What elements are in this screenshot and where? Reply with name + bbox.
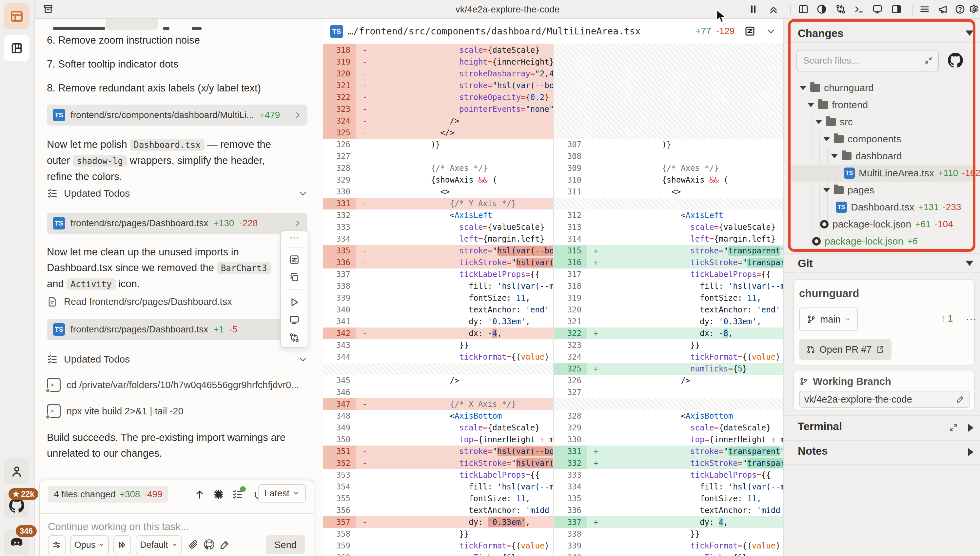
github-cat-icon[interactable] [204, 539, 214, 550]
pen-icon[interactable] [220, 539, 230, 550]
monitor-icon[interactable] [289, 314, 300, 325]
diff-line: 360 numTicks={6} [323, 552, 553, 556]
tree-folder-dashboard[interactable]: dashboard [831, 147, 902, 165]
diff-line: 335- stroke="hsl(var(--bo [323, 245, 553, 257]
help-icon[interactable] [954, 3, 965, 15]
branch-dropdown[interactable]: main [799, 307, 858, 331]
monitor-icon[interactable] [872, 3, 883, 15]
megaphone-icon[interactable] [937, 3, 949, 15]
rail-item-workspace-active[interactable] [3, 3, 29, 29]
diff-line: 354 fill: 'hsl(var(--m [323, 481, 553, 493]
folder-icon [834, 186, 844, 194]
send-button[interactable]: Send [266, 535, 305, 554]
diff-line: 328 {/* Axes */} [323, 162, 553, 174]
search-files-input[interactable] [797, 50, 938, 71]
expand-right-triangle-icon[interactable] [968, 448, 974, 456]
tree-folder-pages[interactable]: pages [823, 182, 875, 199]
diff-view-icon[interactable] [289, 254, 300, 265]
diff-line: 339 tickFormat={(value) [554, 540, 783, 552]
mode-dropdown[interactable]: Default [136, 535, 182, 554]
scroll-up-icon[interactable] [194, 489, 205, 500]
tree-file-Dashboard.tsx[interactable]: TSDashboard.tsx+131-233 [836, 199, 961, 216]
rail-item-profile[interactable] [3, 458, 29, 484]
git-compare-icon[interactable] [835, 3, 846, 15]
updated-todos-row[interactable]: Updated Todos [47, 188, 307, 199]
json-file-icon [812, 237, 821, 246]
terminal-command-row[interactable]: >_ npx vite build 2>&1 | tail -20 [47, 404, 184, 418]
expand-icon[interactable] [949, 423, 958, 432]
git-compare-icon[interactable] [289, 332, 300, 343]
expand-right-triangle-icon[interactable] [968, 424, 974, 432]
section-divider [784, 253, 980, 254]
tree-folder-churnguard[interactable]: churnguard [800, 79, 874, 96]
terminal-icon[interactable] [854, 3, 865, 15]
diff-line: 336- tickStroke="hsl(var( [323, 257, 553, 268]
file-chip-multilinearea[interactable]: TS frontend/src/components/dashboard/Mul… [47, 105, 307, 126]
open-pr-button[interactable]: Open PR #7 [799, 339, 891, 360]
document-icon [47, 296, 58, 307]
diff-view-icon[interactable] [744, 25, 756, 37]
rail-item-kanban[interactable] [3, 35, 29, 61]
panel-left-icon[interactable] [798, 3, 809, 15]
command-text: cd /private/var/folders/10/h7w0q46556ggr… [66, 380, 299, 390]
copy-icon[interactable] [289, 272, 300, 283]
removed-count: -129 [716, 26, 735, 36]
diff-line: 323- pointerEvents="none" [323, 103, 553, 115]
chevron-down-icon[interactable] [766, 26, 776, 36]
theme-contrast-icon[interactable] [816, 3, 827, 15]
latest-dropdown[interactable]: Latest [258, 484, 306, 503]
paperclip-icon[interactable] [188, 539, 199, 550]
tree-file-package-lock.json[interactable]: package-lock.json+6 [812, 233, 918, 250]
terminal-command-row[interactable]: >_ cd /private/var/folders/10/h7w0q46556… [47, 378, 299, 392]
updated-todos-row[interactable]: Updated Todos [47, 354, 307, 365]
ts-file-icon: TS [844, 168, 855, 179]
added-count: +110 [938, 168, 958, 178]
panel-right-icon[interactable] [891, 3, 902, 15]
working-branch-field[interactable]: vk/4e2a-explore-the-code [799, 391, 970, 408]
github-cat-icon[interactable] [948, 53, 963, 68]
collapse-triangle-icon[interactable] [965, 31, 974, 36]
read-file-row[interactable]: Read frontend/src/pages/Dashboard.tsx [47, 296, 232, 307]
more-menu[interactable]: … [965, 310, 978, 323]
diff-line: 334 left={margin.left} [323, 233, 553, 245]
tree-folder-components[interactable]: components [823, 131, 901, 147]
diff-line: 357- dy: '0.33em', [323, 516, 553, 528]
file-chip-dashboard-2[interactable]: TS frontend/src/pages/Dashboard.tsx +1 -… [47, 319, 307, 340]
file-chip-path: frontend/src/components/dashboard/MultiL… [71, 110, 254, 120]
pause-icon[interactable] [748, 3, 759, 15]
todos-status-icon[interactable] [232, 489, 244, 501]
diff-file-path: …/frontend/src/components/dashboard/Mult… [348, 26, 641, 37]
settings-sliders-button[interactable] [48, 535, 66, 554]
diff-line: 329 {showAxis && ( [323, 174, 553, 186]
starburst-icon[interactable] [213, 489, 224, 500]
more-dots-icon[interactable] [289, 235, 300, 240]
clipped-line [35, 19, 258, 31]
ahead-count[interactable]: ↑1 [941, 313, 953, 324]
section-divider [784, 272, 980, 273]
model-dropdown[interactable]: Opus [70, 535, 109, 554]
settings-gear-icon[interactable] [969, 3, 980, 15]
ts-file-icon: TS [53, 217, 65, 230]
tree-folder-frontend[interactable]: frontend [807, 96, 868, 113]
tree-folder-src[interactable]: src [815, 113, 853, 131]
diff-line: 335 fontSize: 11, [554, 493, 783, 504]
file-chip-path: frontend/src/pages/Dashboard.tsx [71, 324, 208, 335]
message-input[interactable] [48, 521, 304, 533]
edit-pencil-icon[interactable] [956, 395, 965, 404]
collapse-tree-icon[interactable] [923, 56, 933, 66]
git-branch-icon [799, 377, 808, 386]
diff-line: 333 tickLabelProps={{ [554, 469, 783, 481]
fast-forward-button[interactable] [113, 535, 131, 554]
tree-file-package-lock.json[interactable]: package-lock.json+61-104 [820, 216, 953, 233]
collapse-triangle-icon[interactable] [965, 260, 974, 266]
toolbar-divider [790, 5, 791, 15]
collapse-up-icon[interactable] [768, 3, 779, 15]
working-branch-card: Working Branch vk/4e2a-explore-the-code [793, 370, 975, 411]
tree-file-MultiLineArea.tsx[interactable]: TSMultiLineArea.tsx+110-162 [791, 165, 976, 182]
files-changed-pill[interactable]: 4 files changed +308 -499 [48, 486, 168, 503]
run-play-icon[interactable] [289, 297, 300, 308]
file-chip-dashboard-1[interactable]: TS frontend/src/pages/Dashboard.tsx +130… [47, 213, 307, 234]
diff-line: 323 }} [554, 339, 783, 351]
github-icon [9, 498, 24, 513]
menu-icon[interactable] [919, 3, 930, 15]
